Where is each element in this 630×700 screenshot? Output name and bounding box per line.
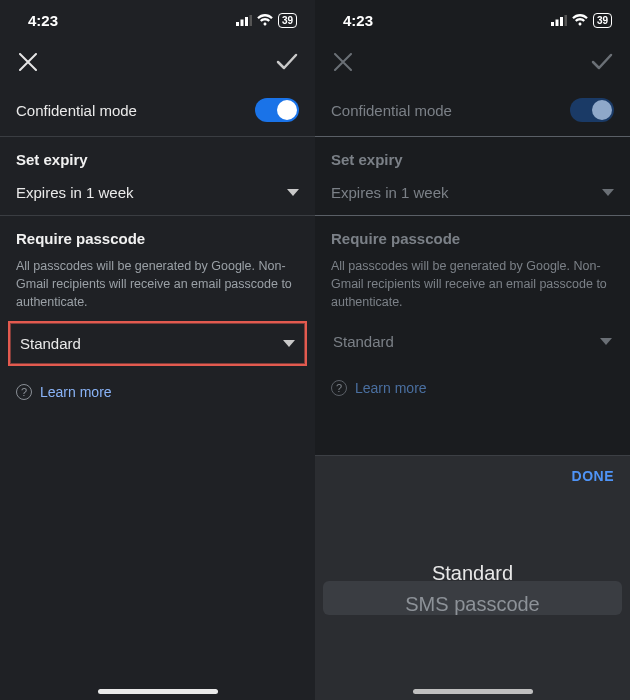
learn-more-row: ? Learn more xyxy=(315,362,630,414)
picker-panel: DONE Standard SMS passcode xyxy=(315,455,630,700)
svg-rect-5 xyxy=(555,19,558,26)
signal-icon xyxy=(236,15,252,26)
signal-icon xyxy=(551,15,567,26)
expiry-select[interactable]: Expires in 1 week xyxy=(0,174,315,216)
help-icon: ? xyxy=(16,384,32,400)
chevron-down-icon xyxy=(602,189,614,196)
confidential-mode-label: Confidential mode xyxy=(16,102,137,119)
picker-done-button[interactable]: DONE xyxy=(572,468,614,484)
passcode-title: Require passcode xyxy=(315,216,630,253)
confidential-mode-row: Confidential mode xyxy=(315,84,630,137)
status-bar: 4:23 39 xyxy=(0,0,315,40)
status-bar: 4:23 39 xyxy=(315,0,630,40)
chevron-down-icon xyxy=(600,338,612,345)
wifi-icon xyxy=(572,14,588,26)
expiry-section: Set expiry Expires in 1 week xyxy=(315,137,630,216)
top-bar xyxy=(0,40,315,84)
expiry-title: Set expiry xyxy=(0,137,315,174)
battery-indicator: 39 xyxy=(278,13,297,28)
confidential-mode-label: Confidential mode xyxy=(331,102,452,119)
close-icon[interactable] xyxy=(16,50,40,74)
confidential-mode-row: Confidential mode xyxy=(0,84,315,137)
svg-rect-2 xyxy=(245,17,248,26)
home-indicator[interactable] xyxy=(98,689,218,694)
battery-indicator: 39 xyxy=(593,13,612,28)
svg-rect-3 xyxy=(249,15,252,26)
learn-more-link[interactable]: Learn more xyxy=(355,380,427,396)
status-right: 39 xyxy=(551,13,612,28)
svg-rect-0 xyxy=(236,22,239,26)
expiry-select[interactable]: Expires in 1 week xyxy=(315,174,630,216)
svg-rect-4 xyxy=(551,22,554,26)
status-right: 39 xyxy=(236,13,297,28)
passcode-select[interactable]: Standard xyxy=(323,321,622,362)
chevron-down-icon xyxy=(283,340,295,347)
screen-left: 4:23 39 Confidential mode Set expiry Exp… xyxy=(0,0,315,700)
confirm-check-icon[interactable] xyxy=(275,50,299,74)
svg-rect-1 xyxy=(240,19,243,26)
home-indicator[interactable] xyxy=(413,689,533,694)
picker-toolbar: DONE xyxy=(315,456,630,496)
passcode-value: Standard xyxy=(20,335,81,352)
passcode-select[interactable]: Standard xyxy=(8,321,307,366)
passcode-section: Require passcode All passcodes will be g… xyxy=(315,216,630,362)
confidential-mode-toggle[interactable] xyxy=(570,98,614,122)
status-time: 4:23 xyxy=(343,12,373,29)
picker-wheel[interactable]: Standard SMS passcode xyxy=(315,496,630,700)
top-bar xyxy=(315,40,630,84)
chevron-down-icon xyxy=(287,189,299,196)
screen-right: 4:23 39 Confidential mode Set expiry Exp… xyxy=(315,0,630,700)
passcode-section: Require passcode All passcodes will be g… xyxy=(0,216,315,366)
learn-more-row: ? Learn more xyxy=(0,366,315,418)
passcode-description: All passcodes will be generated by Googl… xyxy=(0,253,315,321)
expiry-title: Set expiry xyxy=(315,137,630,174)
picker-option-standard[interactable]: Standard xyxy=(432,562,513,585)
expiry-value: Expires in 1 week xyxy=(16,184,134,201)
passcode-value: Standard xyxy=(333,333,394,350)
close-icon[interactable] xyxy=(331,50,355,74)
svg-rect-6 xyxy=(560,17,563,26)
passcode-description: All passcodes will be generated by Googl… xyxy=(315,253,630,321)
help-icon: ? xyxy=(331,380,347,396)
expiry-section: Set expiry Expires in 1 week xyxy=(0,137,315,216)
wifi-icon xyxy=(257,14,273,26)
confidential-mode-toggle[interactable] xyxy=(255,98,299,122)
expiry-value: Expires in 1 week xyxy=(331,184,449,201)
passcode-title: Require passcode xyxy=(0,216,315,253)
picker-option-sms[interactable]: SMS passcode xyxy=(405,593,540,616)
learn-more-link[interactable]: Learn more xyxy=(40,384,112,400)
confirm-check-icon[interactable] xyxy=(590,50,614,74)
svg-rect-7 xyxy=(564,15,567,26)
status-time: 4:23 xyxy=(28,12,58,29)
